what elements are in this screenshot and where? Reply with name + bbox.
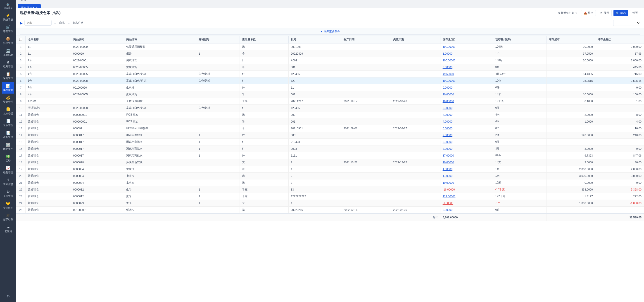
sidebar-item-10[interactable]: 📑税务管理 — [2, 129, 14, 141]
sidebar-search[interactable]: 🔍 搜索菜单 — [0, 2, 16, 11]
sidebar-item-6[interactable]: 📊库存核算 — [2, 82, 14, 94]
sidebar-item-15[interactable]: ⚙系统管理 — [2, 188, 14, 200]
nav-tab-label-0: 首页 — [21, 0, 27, 2]
row-qty-main-23[interactable]: -1.00000 — [440, 200, 493, 207]
sidebar-icon-7: 💰 — [6, 95, 10, 100]
print-btn[interactable]: 🖨 按精细打印 ▾ — [555, 10, 579, 16]
row-code-19: 0000084 — [71, 173, 124, 180]
row-qty-main-21[interactable]: -16.00000 — [440, 186, 493, 193]
row-name-17: 多头黑色软线 — [124, 159, 196, 166]
search-icon: 🔍 — [6, 3, 10, 7]
row-qty-main-0[interactable]: 100.00000 — [440, 44, 493, 50]
sidebar-item-2[interactable]: 📦批发管理 — [2, 35, 14, 47]
row-qty-stock-7: 10米 — [493, 91, 546, 98]
row-spec-24 — [196, 207, 240, 214]
warehouse-dots[interactable]: ... — [54, 21, 58, 25]
sidebar-item-0[interactable]: ⚡快捷导航 — [2, 11, 14, 23]
row-qty-main-17[interactable]: 10.00000 — [440, 159, 493, 166]
sidebar-settings-btn[interactable]: ⚙ — [0, 292, 16, 300]
row-qty-main-7[interactable]: 10.00000 — [440, 91, 493, 98]
row-qty-main-8[interactable]: 10.00000 — [440, 98, 493, 105]
row-qty-main-6[interactable]: 0.00000 — [440, 84, 493, 91]
row-produce-14 — [341, 139, 391, 145]
row-qty-stock-8: 10千克 — [493, 98, 546, 105]
nav-tab-close-1[interactable]: ✕ — [36, 6, 38, 10]
row-qty-stock-22: 122千克 — [493, 193, 546, 200]
row-batch-4: 123456 — [288, 71, 341, 77]
sidebar-item-18[interactable]: ☁云应用 — [2, 223, 14, 235]
row-produce-10 — [341, 111, 391, 118]
row-qty-main-5[interactable]: 100.00000 — [440, 77, 493, 84]
row-unit-cost-10: 2.0000 — [546, 111, 595, 118]
row-warehouse-16: 普通粮仓 — [25, 152, 71, 159]
row-spec-17 — [196, 159, 240, 166]
row-qty-main-12[interactable]: 0.00000 — [440, 125, 493, 132]
sidebar-item-7[interactable]: 💰资金管理 — [2, 94, 14, 105]
row-qty-main-9[interactable]: 0.00000 — [440, 105, 493, 111]
row-qty-main-10[interactable]: 4.00000 — [440, 111, 493, 118]
row-qty-main-19[interactable]: 1.00000 — [440, 173, 493, 180]
sidebar-item-1[interactable]: 🛒零售管理 — [2, 23, 14, 35]
row-qty-main-1[interactable]: 1.00000 — [440, 50, 493, 57]
row-qty-main-14[interactable]: 0.00000 — [440, 139, 493, 145]
sidebar-icon-3: 💻 — [6, 49, 10, 53]
row-name-12: POS显示库存异常 — [124, 125, 196, 132]
nav-tab-0[interactable]: 首页 — [18, 0, 41, 4]
row-qty-main-18[interactable]: 1.00000 — [440, 166, 493, 173]
goods-dots[interactable]: ... — [66, 21, 70, 25]
select-all-checkbox[interactable] — [19, 38, 22, 41]
row-no-5: 6 — [16, 77, 25, 84]
row-unit-11: 米 — [240, 118, 288, 125]
more-conditions-btn[interactable]: ▼ 展开更多条件 — [20, 29, 640, 35]
row-qty-main-16[interactable]: 87.00000 — [440, 152, 493, 159]
row-qty-main-3[interactable]: 0.00000 — [440, 64, 493, 71]
row-unit-17: 支 — [240, 159, 288, 166]
sidebar-item-3[interactable]: 💻小脑电商 — [2, 47, 14, 58]
table-row: 18 普通粮仓 0000078 多头黑色软线 支 2 2021-12-21 20… — [16, 159, 644, 166]
row-name-22: 批号 — [124, 193, 196, 200]
row-no-9: 10 — [16, 105, 25, 111]
table-row: 19 普通粮仓 0000084 批次次 米 1 1.00000 1米 2,000… — [16, 166, 644, 173]
row-qty-main-13[interactable]: 2.00000 — [440, 132, 493, 139]
sidebar-item-12[interactable]: 💵工资 — [2, 153, 14, 164]
col-unit: 主计量单位 — [240, 36, 288, 44]
row-qty-main-2[interactable]: 100.00000 — [440, 57, 493, 64]
sidebar-item-8[interactable]: 📒总账管理 — [2, 105, 14, 117]
row-expire-19 — [391, 173, 440, 180]
table-row: 6 1号 0023-00008 富诚（白色/奶棕） 白色/奶棕 件 123 10… — [16, 77, 644, 84]
filter-btn[interactable]: 🔍 筛选 — [614, 10, 628, 16]
export-btn[interactable]: 📤 导出 — [581, 10, 596, 16]
sidebar-item-17[interactable]: 🎓新手引导 — [2, 211, 14, 223]
warehouse-input[interactable] — [24, 20, 52, 26]
sidebar-item-16[interactable]: 🤝企业协同 — [2, 200, 14, 211]
sidebar-item-4[interactable]: 🖥电商管理 — [2, 58, 14, 70]
row-spec-18 — [196, 166, 240, 173]
row-code-23: 0000029 — [71, 200, 124, 207]
col-produce-date: 生产日期 — [341, 36, 391, 44]
row-unit-cost-12 — [546, 125, 595, 132]
row-qty-main-22[interactable]: 122.00000 — [440, 193, 493, 200]
category-select[interactable] — [613, 20, 640, 26]
row-name-0: 软硬通用闸板套 — [124, 44, 196, 50]
row-qty-stock-12: 0个 — [493, 125, 546, 132]
row-unit-cost-11: 1.0000 — [546, 118, 595, 125]
row-produce-9 — [341, 105, 391, 111]
display-btn[interactable]: 👁 展示 — [598, 10, 612, 16]
row-qty-main-24[interactable]: 0.00000 — [440, 207, 493, 214]
row-qty-main-4[interactable]: 49.60000 — [440, 71, 493, 77]
row-qty-main-15[interactable]: 3.00000 — [440, 145, 493, 152]
settings-btn[interactable]: 设置 — [630, 10, 640, 16]
row-expire-2 — [391, 57, 440, 64]
filter-expand-arrow[interactable]: ▶ — [20, 21, 22, 25]
row-qty-main-11[interactable]: 4.00000 — [440, 118, 493, 125]
sidebar-item-5[interactable]: 📋采购管理 — [2, 70, 14, 82]
sidebar-item-13[interactable]: 📈经营管理 — [2, 164, 14, 176]
row-warehouse-22: 普通粮仓 — [25, 193, 71, 200]
row-qty-main-20[interactable]: 10.00000 — [440, 180, 493, 186]
sidebar-item-9[interactable]: 🧾发票管理 — [2, 117, 14, 129]
sidebar-icon-11: 🏢 — [6, 142, 10, 147]
sidebar-item-14[interactable]: ℹ基础信息 — [2, 176, 14, 188]
sidebar-item-11[interactable]: 🏢固定资产 — [2, 141, 14, 153]
row-code-4: 0023-00005 — [71, 71, 124, 77]
col-checkbox[interactable] — [16, 36, 25, 44]
